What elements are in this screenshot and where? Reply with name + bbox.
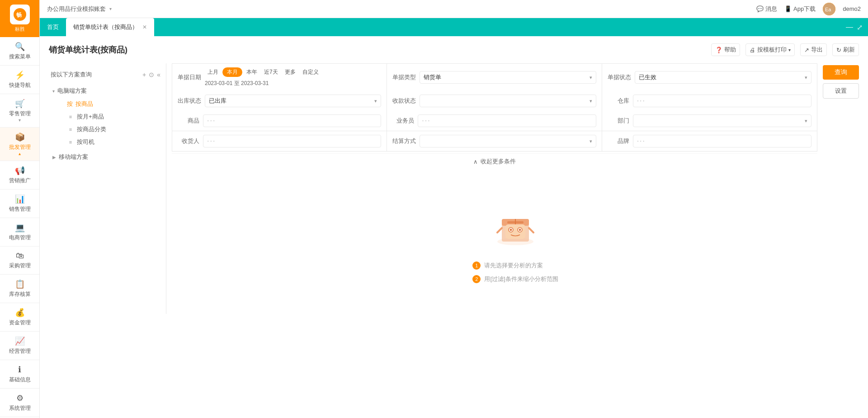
sidebar-item-ecommerce[interactable]: 💻 电商管理 [0,218,39,247]
sidebar-item-label: 电商管理 [9,234,31,242]
brand-dots: ··· [637,137,646,145]
tree-mobile-label: 移动端方案 [59,153,88,161]
sidebar-item-wholesale[interactable]: 📦 批发管理 ▴ [0,128,39,161]
warehouse-control[interactable]: ··· [633,95,811,107]
collapse-panel-button[interactable]: « [157,71,160,78]
month-product-icon: ≡ [67,113,74,120]
user-name[interactable]: demo2 [843,5,861,12]
tab-home[interactable]: 首页 [40,18,66,36]
tree-item-by-product[interactable]: 按 按商品 [56,98,162,110]
settings-button[interactable]: 设置 [823,83,859,99]
tree-item-by-machine[interactable]: ≡ 按司机 [56,136,162,148]
filter-cell-salesperson: 业务员 ··· [387,111,602,131]
tree-item-label: 按月+商品 [77,113,104,121]
tree-item-label: 按商品 [75,100,93,108]
sidebar-item-retail[interactable]: 🛒 零售管理 ▾ [0,94,39,128]
sidebar-item-finance[interactable]: 💰 资金管理 [0,303,39,332]
settlement-control[interactable]: ▾ [420,135,596,147]
doc-type-label: 单据类型 [392,73,420,81]
doc-type-dropdown-icon: ▾ [590,75,592,81]
filter-area: 单据日期 上月 本月 本年 近7天 更多 自定义 [172,63,817,169]
print-button[interactable]: 🖨 按模板打印 ▾ [745,43,795,56]
tab-sales-stats[interactable]: 销货单统计表（按商品） ✕ [66,18,154,36]
user-avatar[interactable]: Ea [823,3,835,15]
product-control[interactable]: ··· [203,114,381,127]
workspace-dropdown-icon[interactable]: ▾ [109,6,112,11]
sidebar-item-basic[interactable]: ℹ 基础信息 [0,360,39,389]
tab-minimize-button[interactable]: — [846,23,853,31]
action-buttons-area: 查询 设置 [823,63,859,99]
recipient-dots: ··· [207,137,216,145]
svg-text:畅: 畅 [16,12,22,18]
recipient-control[interactable]: ··· [203,135,381,147]
tip-text-2: 用[过滤]条件来缩小分析范围 [484,273,558,285]
svg-point-12 [510,229,512,231]
tree-pc-section[interactable]: ▾ 电脑端方案 [49,84,162,98]
out-status-control[interactable]: 已出库 ▾ [205,95,381,107]
tree-item-by-category[interactable]: ≡ 按商品分类 [56,123,162,136]
salesperson-control[interactable]: ··· [418,114,596,127]
sidebar-item-search[interactable]: 🔍 搜索菜单 [0,37,39,66]
collapse-label: 收起更多条件 [481,157,516,166]
print-label: 按模板打印 [757,46,787,54]
workspace-name[interactable]: 办公用品行业模拟账套 [47,5,106,13]
doc-type-control[interactable]: 销货单 ▾ [420,71,596,84]
tree-item-by-month-product[interactable]: ≡ 按月+商品 [56,110,162,123]
sidebar: 畅 标胜 🔍 搜索菜单 ⚡ 快捷导航 🛒 零售管理 ▾ 📦 批发管理 ▴ 📢 营… [0,0,40,418]
empty-illustration [488,196,542,251]
header-right: 💬 消息 📱 App下载 Ea demo2 [756,3,861,15]
brand-label: 品牌 [608,137,633,145]
payment-status-control[interactable]: ▾ [420,95,596,107]
tab-close-icon[interactable]: ✕ [142,24,147,30]
left-panel-actions: + ⊙ « [142,71,160,78]
sidebar-item-label: 系统管理 [9,404,31,412]
empty-state: 1 请先选择要分析的方案 2 用[过滤]条件来缩小分析范围 [172,169,859,314]
svg-line-15 [529,228,533,233]
sidebar-item-operations[interactable]: 📈 经营管理 [0,332,39,360]
sidebar-item-inventory[interactable]: 📋 库存核算 [0,275,39,303]
date-controls: 上月 本月 本年 近7天 更多 自定义 2023-0 [205,67,381,87]
doc-status-dropdown-icon: ▾ [805,75,807,81]
filter-and-buttons: 单据日期 上月 本月 本年 近7天 更多 自定义 [172,63,859,169]
export-label: 导出 [811,46,823,54]
date-range-text: 2023-03-01 至 2023-03-31 [205,80,269,86]
help-button[interactable]: ❓ 帮助 [711,43,740,56]
department-control[interactable]: ▾ [633,114,811,127]
date-tab-7days[interactable]: 近7天 [261,67,281,77]
date-tab-last-month[interactable]: 上月 [205,67,221,77]
system-icon: ⚙ [16,393,24,403]
export-button[interactable]: ↗ 导出 [800,43,827,56]
edit-scheme-button[interactable]: ⊙ [149,71,154,78]
query-button[interactable]: 查询 [823,65,859,80]
sidebar-item-purchase[interactable]: 🛍 采购管理 [0,247,39,275]
refresh-button[interactable]: ↻ 刷新 [832,43,859,56]
tab-maximize-button[interactable]: ⤢ [857,23,863,32]
sidebar-item-marketing[interactable]: 📢 营销推广 [0,161,39,190]
date-tab-more[interactable]: 更多 [282,67,298,77]
export-icon: ↗ [804,47,809,53]
out-status-label: 出库状态 [178,97,205,105]
filter-cell-docstatus: 单据状态 已生效 ▾ [602,64,817,91]
doc-status-value: 已生效 [639,73,656,81]
salesperson-dots: ··· [422,117,430,125]
add-scheme-button[interactable]: + [142,71,146,78]
sidebar-item-sales[interactable]: 📊 销售管理 [0,190,39,218]
date-tab-this-year[interactable]: 本年 [244,67,260,77]
settlement-dropdown-icon: ▾ [590,138,592,144]
date-tab-custom[interactable]: 自定义 [300,67,321,77]
sidebar-item-quick[interactable]: ⚡ 快捷导航 [0,66,39,94]
sidebar-logo[interactable]: 畅 标胜 [0,0,39,37]
tree-mobile-section[interactable]: ▶ 移动端方案 [49,150,162,164]
svg-line-14 [497,228,502,233]
brand-control[interactable]: ··· [633,135,811,147]
app-download-button[interactable]: 📱 App下载 [784,5,816,13]
sidebar-item-label: 资金管理 [9,319,31,327]
doc-status-control[interactable]: 已生效 ▾ [635,71,811,84]
message-button[interactable]: 💬 消息 [756,5,777,13]
sidebar-item-system[interactable]: ⚙ 系统管理 [0,389,39,417]
tree-arrow-pc: ▾ [52,89,55,94]
tip-num-1: 1 [472,261,481,270]
collapse-conditions-button[interactable]: ∧ 收起更多条件 [172,153,817,169]
inventory-icon: 📋 [15,279,25,289]
date-tab-this-month[interactable]: 本月 [222,67,242,77]
